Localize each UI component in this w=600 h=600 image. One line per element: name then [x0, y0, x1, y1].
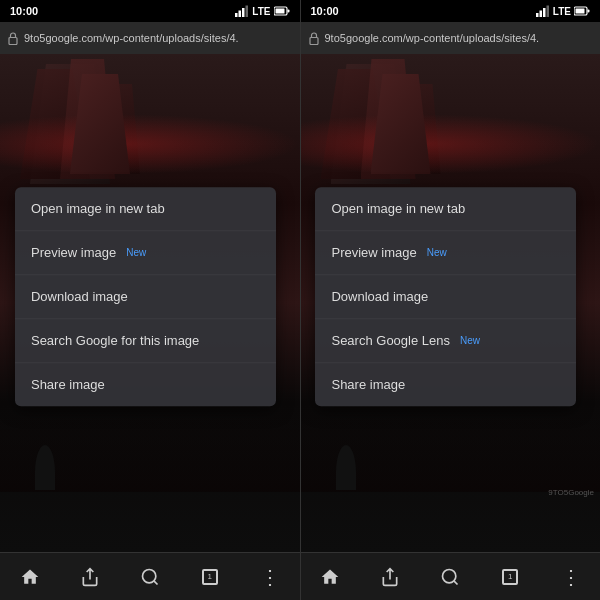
tabs-icon-right: 1: [502, 569, 518, 585]
lock-icon-right: [309, 32, 319, 45]
menu-label-share-left: Share image: [31, 377, 105, 392]
badge-new-preview-right: New: [427, 247, 447, 258]
status-time-left: 10:00: [10, 5, 38, 17]
watermark-right: 9TO5Google: [548, 488, 594, 497]
svg-rect-5: [287, 10, 289, 13]
menu-item-search-lens-right[interactable]: Search Google Lens New: [315, 319, 576, 363]
nav-search-right[interactable]: [432, 559, 468, 595]
status-bar-right: 10:00 LTE: [301, 0, 601, 22]
menu-item-open-new-tab-left[interactable]: Open image in new tab: [15, 187, 276, 231]
status-time-right: 10:00: [311, 5, 339, 17]
search-icon-left: [140, 567, 160, 587]
address-bar-left[interactable]: 9to5google.com/wp-content/uploads/sites/…: [0, 22, 300, 54]
lte-label-right: LTE: [553, 6, 571, 17]
nav-bar-right: 1 ⋮: [301, 552, 601, 600]
svg-rect-2: [242, 8, 245, 17]
svg-rect-1: [239, 11, 242, 18]
battery-icon-right: [574, 5, 590, 17]
svg-rect-11: [543, 8, 546, 17]
badge-new-lens-right: New: [460, 335, 480, 346]
svg-rect-3: [246, 6, 249, 18]
status-icons-right: LTE: [536, 5, 590, 17]
menu-label-preview-left: Preview image: [31, 245, 116, 260]
home-icon-right: [320, 567, 340, 587]
browser-content-right: Open image in new tab Preview image New …: [301, 54, 601, 552]
nav-tabs-right[interactable]: 1: [492, 559, 528, 595]
menu-item-share-right[interactable]: Share image: [315, 363, 576, 406]
more-icon-right: ⋮: [561, 565, 580, 589]
badge-new-preview-left: New: [126, 247, 146, 258]
menu-item-download-right[interactable]: Download image: [315, 275, 576, 319]
left-panel: 10:00 LTE 9to5google.com/wp-content/uplo…: [0, 0, 300, 600]
menu-label-open-new-tab-right: Open image in new tab: [331, 201, 465, 216]
nav-home-right[interactable]: [312, 559, 348, 595]
nav-tabs-left[interactable]: 1: [192, 559, 228, 595]
svg-rect-9: [536, 13, 539, 17]
menu-label-download-right: Download image: [331, 289, 428, 304]
more-icon-left: ⋮: [260, 565, 279, 589]
search-icon-right: [440, 567, 460, 587]
svg-rect-12: [546, 6, 549, 18]
browser-content-left: Open image in new tab Preview image New …: [0, 54, 300, 552]
svg-rect-15: [576, 9, 585, 14]
menu-item-download-left[interactable]: Download image: [15, 275, 276, 319]
svg-rect-7: [9, 37, 17, 44]
svg-rect-0: [235, 13, 238, 17]
menu-label-preview-right: Preview image: [331, 245, 416, 260]
status-icons-left: LTE: [235, 5, 289, 17]
lock-icon-left: [8, 32, 18, 45]
nav-home-left[interactable]: [12, 559, 48, 595]
svg-rect-10: [539, 11, 542, 18]
svg-point-17: [443, 569, 456, 582]
context-menu-left: Open image in new tab Preview image New …: [15, 187, 276, 406]
lte-label-left: LTE: [252, 6, 270, 17]
menu-label-search-google-left: Search Google for this image: [31, 333, 199, 348]
menu-label-download-left: Download image: [31, 289, 128, 304]
signal-icon-right: [536, 5, 550, 17]
home-icon-left: [20, 567, 40, 587]
svg-point-8: [142, 569, 155, 582]
svg-rect-14: [588, 10, 590, 13]
svg-rect-16: [310, 37, 318, 44]
address-bar-right[interactable]: 9to5google.com/wp-content/uploads/sites/…: [301, 22, 601, 54]
menu-item-open-new-tab-right[interactable]: Open image in new tab: [315, 187, 576, 231]
share-icon-right: [380, 567, 400, 587]
tabs-icon-left: 1: [202, 569, 218, 585]
menu-label-search-lens-right: Search Google Lens: [331, 333, 450, 348]
nav-share-left[interactable]: [72, 559, 108, 595]
context-menu-right: Open image in new tab Preview image New …: [315, 187, 576, 406]
nav-search-left[interactable]: [132, 559, 168, 595]
menu-item-preview-left[interactable]: Preview image New: [15, 231, 276, 275]
signal-icon-left: [235, 5, 249, 17]
menu-item-preview-right[interactable]: Preview image New: [315, 231, 576, 275]
right-panel: 10:00 LTE 9to5google.com/wp-content/uplo…: [301, 0, 601, 600]
menu-item-search-google-left[interactable]: Search Google for this image: [15, 319, 276, 363]
url-right: 9to5google.com/wp-content/uploads/sites/…: [325, 32, 540, 44]
svg-rect-6: [275, 9, 284, 14]
nav-share-right[interactable]: [372, 559, 408, 595]
nav-more-left[interactable]: ⋮: [252, 559, 288, 595]
nav-more-right[interactable]: ⋮: [552, 559, 588, 595]
battery-icon-left: [274, 5, 290, 17]
menu-item-share-left[interactable]: Share image: [15, 363, 276, 406]
menu-label-share-right: Share image: [331, 377, 405, 392]
url-left: 9to5google.com/wp-content/uploads/sites/…: [24, 32, 239, 44]
nav-bar-left: 1 ⋮: [0, 552, 300, 600]
status-bar-left: 10:00 LTE: [0, 0, 300, 22]
share-icon-left: [80, 567, 100, 587]
menu-label-open-new-tab-left: Open image in new tab: [31, 201, 165, 216]
